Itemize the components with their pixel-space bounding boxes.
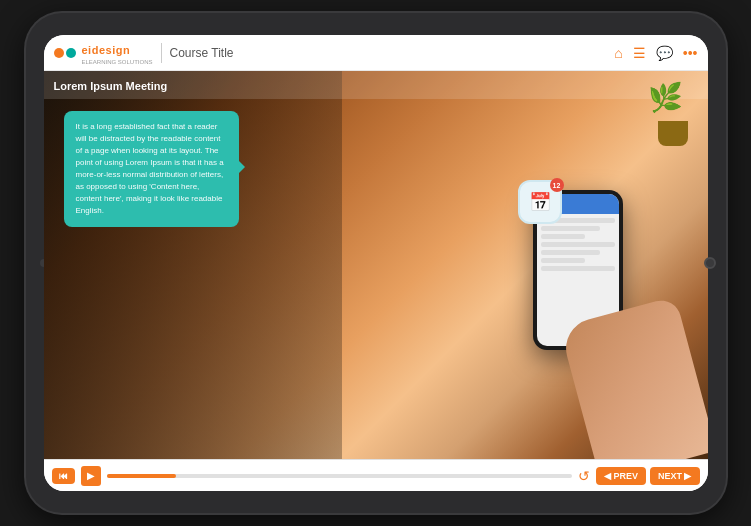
prev-button[interactable]: ◀ PREV	[596, 467, 646, 485]
logo-tagline: ELEARNING SOLUTIONS	[82, 59, 153, 65]
progress-track[interactable]	[107, 474, 572, 478]
logo-circles	[54, 48, 76, 58]
calendar-icon-container: 📅 12	[518, 180, 568, 230]
hand-shape	[559, 296, 708, 459]
next-button[interactable]: NEXT ▶	[650, 467, 700, 485]
play-icon: ▶	[87, 470, 95, 481]
speech-bubble-text: It is a long established fact that a rea…	[76, 122, 224, 215]
play-button[interactable]: ▶	[81, 466, 101, 486]
phone-line-6	[541, 258, 585, 263]
speech-bubble: It is a long established fact that a rea…	[64, 111, 239, 227]
calendar-icon: 📅 12	[518, 180, 562, 224]
plant-decoration: 🌿	[643, 81, 703, 161]
phone-line-3	[541, 234, 585, 239]
reload-button[interactable]: ↺	[578, 468, 590, 484]
progress-fill	[107, 474, 177, 478]
rewind-icon: ⏮	[59, 471, 68, 481]
logo-text-block: eidesign ELEARNING SOLUTIONS	[82, 40, 153, 65]
logo-name: eidesign	[82, 44, 131, 56]
menu-icon[interactable]: ☰	[633, 45, 646, 61]
home-icon[interactable]: ⌂	[614, 45, 622, 61]
logo-area: eidesign ELEARNING SOLUTIONS	[54, 40, 153, 65]
notification-badge: 12	[550, 178, 564, 192]
control-bar: ⏮ ▶ ↺ ◀ PREV NEXT ▶	[44, 459, 708, 491]
header-icons: ⌂ ☰ 💬 •••	[614, 45, 697, 61]
course-header: eidesign ELEARNING SOLUTIONS Course Titl…	[44, 35, 708, 71]
logo-circle-orange	[54, 48, 64, 58]
tablet-screen: eidesign ELEARNING SOLUTIONS Course Titl…	[44, 35, 708, 491]
rewind-button[interactable]: ⏮	[52, 468, 75, 484]
chat-icon[interactable]: 💬	[656, 45, 673, 61]
more-icon[interactable]: •••	[683, 45, 698, 61]
phone-line-5	[541, 250, 600, 255]
course-title: Course Title	[170, 46, 234, 60]
tablet-device: eidesign ELEARNING SOLUTIONS Course Titl…	[26, 13, 726, 513]
hand-area	[488, 269, 708, 459]
notification-count: 12	[553, 182, 561, 189]
logo-circle-teal	[66, 48, 76, 58]
phone-line-4	[541, 242, 615, 247]
plant-pot	[658, 121, 688, 146]
slide-content-area: Lorem Ipsum Meeting It is a long establi…	[44, 71, 708, 459]
slide-title: Lorem Ipsum Meeting	[54, 80, 168, 92]
plant-leaves: 🌿	[648, 81, 683, 114]
calendar-symbol: 📅	[529, 191, 551, 213]
header-divider	[161, 43, 162, 63]
nav-buttons: ◀ PREV NEXT ▶	[596, 467, 700, 485]
